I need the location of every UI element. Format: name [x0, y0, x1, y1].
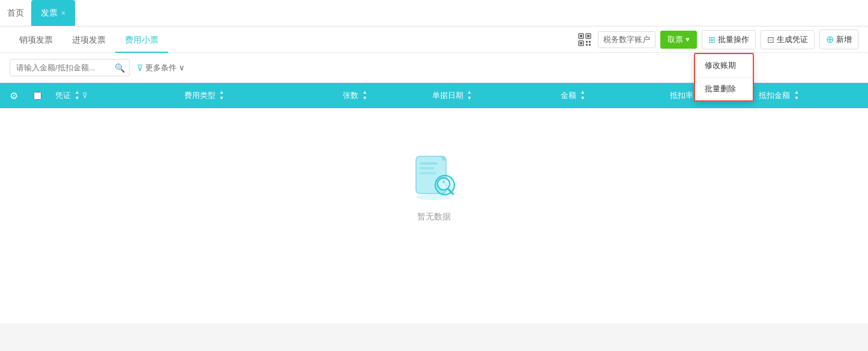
- select-all-checkbox[interactable]: [34, 92, 41, 100]
- qr-code-icon[interactable]: [576, 31, 593, 48]
- batch-ops-dropdown: 修改账期 批量删除: [694, 53, 754, 102]
- expense-type-sort-icon[interactable]: ▲▼: [219, 90, 225, 102]
- th-expense-type: 费用类型 ▲▼: [179, 90, 338, 102]
- second-nav: 销项发票 进项发票 费用小票 税务数字账户 取票: [0, 26, 868, 53]
- count-sort-icon[interactable]: ▲▼: [362, 90, 367, 102]
- svg-point-19: [446, 185, 448, 186]
- empty-state: 暂无数据: [0, 108, 868, 246]
- th-count: 张数 ▲▼: [338, 90, 427, 102]
- tab-input-invoice[interactable]: 进项发票: [62, 26, 115, 53]
- add-icon: ⊕: [826, 34, 834, 45]
- home-link[interactable]: 首页: [0, 0, 31, 26]
- take-ticket-button[interactable]: 取票 ▾: [660, 31, 697, 49]
- modify-period-item[interactable]: 修改账期: [695, 54, 753, 77]
- tab-expense-receipt[interactable]: 费用小票: [115, 26, 168, 53]
- svg-point-18: [442, 181, 445, 183]
- settings-icon[interactable]: ⚙: [10, 90, 18, 102]
- add-button[interactable]: ⊕ 新增: [819, 29, 858, 49]
- tab-sales-invoice[interactable]: 销项发票: [10, 26, 62, 53]
- date-sort-icon[interactable]: ▲▼: [467, 90, 472, 102]
- th-checkbox: [29, 92, 50, 100]
- more-conditions-arrow: ∨: [179, 63, 185, 72]
- th-amount: 金额 ▲▼: [556, 90, 665, 102]
- th-date: 单据日期 ▲▼: [427, 90, 556, 102]
- batch-delete-item[interactable]: 批量删除: [695, 77, 753, 100]
- th-voucher: 凭证 ▲▼ ⊽: [50, 90, 179, 102]
- svg-rect-8: [586, 44, 588, 46]
- content-area: ⚙ 凭证 ▲▼ ⊽ 费用类型 ▲▼ 张数 ▲▼ 单据日期 ▲▼: [0, 83, 868, 323]
- top-nav: 首页 发票 ×: [0, 0, 868, 26]
- gen-voucher-icon: ⊡: [767, 35, 774, 44]
- more-conditions-button[interactable]: ⊽ 更多条件 ∨: [137, 63, 185, 73]
- batch-ops-button[interactable]: ⊞ 批量操作: [702, 30, 756, 49]
- svg-rect-3: [587, 35, 589, 37]
- svg-rect-5: [580, 42, 582, 44]
- svg-rect-13: [420, 167, 434, 169]
- svg-rect-9: [589, 44, 591, 46]
- toolbar-right: 税务数字账户 取票 ▾ ⊞ 批量操作 ⊡ 生成凭证 ⊕ 新增: [576, 29, 858, 49]
- take-ticket-arrow: ▾: [686, 35, 690, 44]
- voucher-filter-icon[interactable]: ⊽: [82, 91, 88, 100]
- svg-rect-1: [580, 35, 582, 37]
- empty-icon: [404, 144, 464, 204]
- search-icon: 🔍: [115, 63, 125, 73]
- th-settings: ⚙: [5, 90, 29, 102]
- voucher-sort-icon[interactable]: ▲▼: [74, 90, 80, 102]
- th-deduct-amount: 抵扣金额 ▲▼: [754, 90, 863, 102]
- search-input[interactable]: [10, 59, 130, 76]
- search-input-wrap: 🔍: [10, 59, 130, 76]
- gen-voucher-button[interactable]: ⊡ 生成凭证: [761, 30, 815, 49]
- invoice-tab[interactable]: 发票 ×: [31, 0, 75, 26]
- amount-sort-icon[interactable]: ▲▼: [580, 90, 585, 102]
- close-icon[interactable]: ×: [61, 9, 65, 17]
- tax-account-button[interactable]: 税务数字账户: [598, 31, 656, 48]
- batch-ops-icon: ⊞: [708, 35, 716, 44]
- svg-rect-6: [586, 41, 588, 43]
- svg-rect-14: [420, 172, 436, 174]
- filter-icon: ⊽: [137, 63, 143, 73]
- svg-rect-7: [589, 41, 591, 43]
- empty-text: 暂无数据: [417, 212, 451, 222]
- deduct-sort-icon[interactable]: ▲▼: [794, 90, 799, 102]
- invoice-tab-label: 发票: [41, 8, 58, 19]
- svg-rect-12: [420, 162, 438, 165]
